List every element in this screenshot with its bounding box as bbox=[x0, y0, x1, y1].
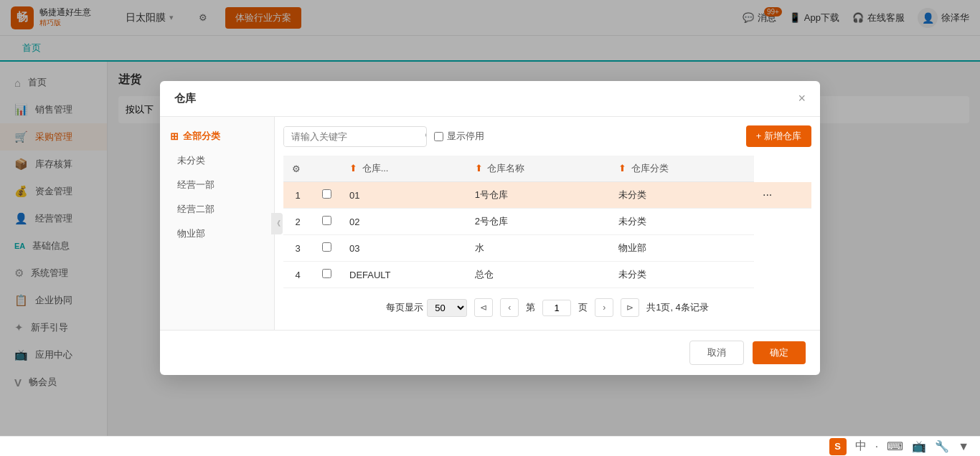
table-row[interactable]: 3 03 水 物业部 bbox=[283, 235, 811, 262]
row-check-3[interactable] bbox=[312, 235, 341, 262]
status-bar: S 中 · ⌨ 📺 🔧 ▼ bbox=[0, 436, 980, 456]
dot-icon: · bbox=[875, 440, 878, 453]
confirm-button[interactable]: 确定 bbox=[753, 341, 806, 364]
sort-icon-category: ⬆ bbox=[618, 163, 626, 174]
col-header-category: ⬆ 仓库分类 bbox=[610, 156, 754, 182]
add-warehouse-button[interactable]: + 新增仓库 bbox=[746, 125, 811, 147]
modal-body: ⊞ 全部分类 未分类 经营一部 经营二部 物业部 《 bbox=[160, 117, 820, 330]
row-code-4: DEFAULT bbox=[341, 262, 466, 288]
row-name-1: 1号仓库 bbox=[466, 182, 611, 209]
keyboard-icon[interactable]: ⌨ bbox=[887, 440, 903, 453]
show-disabled-checkbox[interactable] bbox=[434, 132, 443, 141]
table-panel: 🔍 显示停用 + 新增仓库 ⚙ bbox=[275, 117, 820, 330]
row-code-1: 01 bbox=[341, 182, 466, 209]
warehouse-table: ⚙ ⬆ 仓库... ⬆ 仓库名称 bbox=[283, 156, 811, 288]
last-page-icon: ⊳ bbox=[626, 303, 633, 313]
arrow-down-icon[interactable]: ▼ bbox=[958, 440, 969, 453]
s-logo: S bbox=[829, 438, 847, 455]
col-header-name: ⬆ 仓库名称 bbox=[466, 156, 611, 182]
monitor-icon[interactable]: 📺 bbox=[912, 440, 926, 453]
category-item-dept1[interactable]: 经营一部 bbox=[160, 173, 274, 197]
row-check-4[interactable] bbox=[312, 262, 341, 288]
per-page-select[interactable]: 50 20 100 bbox=[427, 299, 467, 317]
row-category-3: 物业部 bbox=[610, 235, 754, 262]
first-page-button[interactable]: ⊲ bbox=[474, 298, 493, 317]
search-box: 🔍 bbox=[283, 126, 427, 147]
modal-close-button[interactable]: × bbox=[798, 91, 806, 106]
per-page-label: 每页显示 bbox=[386, 301, 423, 314]
category-all-label: 全部分类 bbox=[183, 130, 220, 143]
row-code-2: 02 bbox=[341, 209, 466, 235]
prev-page-button[interactable]: ‹ bbox=[500, 298, 519, 317]
page-label-pre: 第 bbox=[526, 301, 535, 314]
page-label: 页 bbox=[578, 301, 588, 314]
row-num-3: 3 bbox=[283, 235, 312, 262]
collapse-panel-button[interactable]: 《 bbox=[271, 213, 283, 234]
cancel-button[interactable]: 取消 bbox=[689, 341, 744, 365]
table-toolbar: 🔍 显示停用 + 新增仓库 bbox=[283, 125, 811, 147]
row-check-1[interactable] bbox=[312, 182, 341, 209]
category-item-property[interactable]: 物业部 bbox=[160, 222, 274, 246]
next-page-icon: › bbox=[603, 303, 606, 313]
page-size-selector: 每页显示 50 20 100 bbox=[386, 299, 467, 317]
category-item-unclassified[interactable]: 未分类 bbox=[160, 148, 274, 173]
row-name-4: 总仓 bbox=[466, 262, 611, 288]
row-num-2: 2 bbox=[283, 209, 312, 235]
sort-icon-code: ⬆ bbox=[349, 163, 357, 174]
modal-overlay: 仓库 × ⊞ 全部分类 未分类 经营一部 经营二部 bbox=[0, 0, 980, 456]
table-row[interactable]: 2 02 2号仓库 未分类 bbox=[283, 209, 811, 235]
next-page-button[interactable]: › bbox=[595, 298, 613, 317]
sort-icon-name: ⬆ bbox=[475, 163, 483, 174]
col-header-settings: ⚙ bbox=[283, 156, 312, 182]
wrench-icon[interactable]: 🔧 bbox=[935, 440, 949, 453]
row-num-1: 1 bbox=[283, 182, 312, 209]
col-header-code: ⬆ 仓库... bbox=[341, 156, 466, 182]
row-actions[interactable]: ··· bbox=[754, 182, 811, 209]
grid-icon: ⊞ bbox=[170, 130, 179, 142]
row-category-1: 未分类 bbox=[610, 182, 754, 209]
modal-header: 仓库 × bbox=[160, 81, 820, 117]
modal-footer: 取消 确定 bbox=[160, 330, 820, 375]
warehouse-modal: 仓库 × ⊞ 全部分类 未分类 经营一部 经营二部 bbox=[160, 81, 820, 375]
row-name-3: 水 bbox=[466, 235, 611, 262]
table-row[interactable]: 1 01 1号仓库 未分类 ··· bbox=[283, 182, 811, 209]
col-header-check bbox=[312, 156, 341, 182]
last-page-button[interactable]: ⊳ bbox=[621, 298, 639, 317]
category-item-dept2[interactable]: 经营二部 bbox=[160, 197, 274, 222]
row-category-4: 未分类 bbox=[610, 262, 754, 288]
row-category-2: 未分类 bbox=[610, 209, 754, 235]
category-panel: ⊞ 全部分类 未分类 经营一部 经营二部 物业部 《 bbox=[160, 117, 275, 330]
search-input[interactable] bbox=[284, 127, 419, 146]
pagination-bar: 每页显示 50 20 100 ⊲ ‹ 第 页 bbox=[283, 288, 811, 321]
modal-title: 仓库 bbox=[174, 92, 196, 105]
total-label: 共1页, 4条记录 bbox=[646, 301, 709, 314]
first-page-icon: ⊲ bbox=[480, 303, 487, 313]
row-code-3: 03 bbox=[341, 235, 466, 262]
row-check-2[interactable] bbox=[312, 209, 341, 235]
row-num-4: 4 bbox=[283, 262, 312, 288]
row-name-2: 2号仓库 bbox=[466, 209, 611, 235]
show-disabled-label: 显示停用 bbox=[434, 130, 484, 143]
category-all-button[interactable]: ⊞ 全部分类 bbox=[160, 124, 274, 148]
table-row[interactable]: 4 DEFAULT 总仓 未分类 bbox=[283, 262, 811, 288]
collapse-icon: 《 bbox=[273, 219, 281, 229]
chinese-input-icon[interactable]: 中 bbox=[855, 439, 867, 454]
prev-page-icon: ‹ bbox=[508, 303, 511, 313]
page-number-input[interactable] bbox=[542, 300, 571, 316]
search-icon[interactable]: 🔍 bbox=[419, 131, 427, 142]
